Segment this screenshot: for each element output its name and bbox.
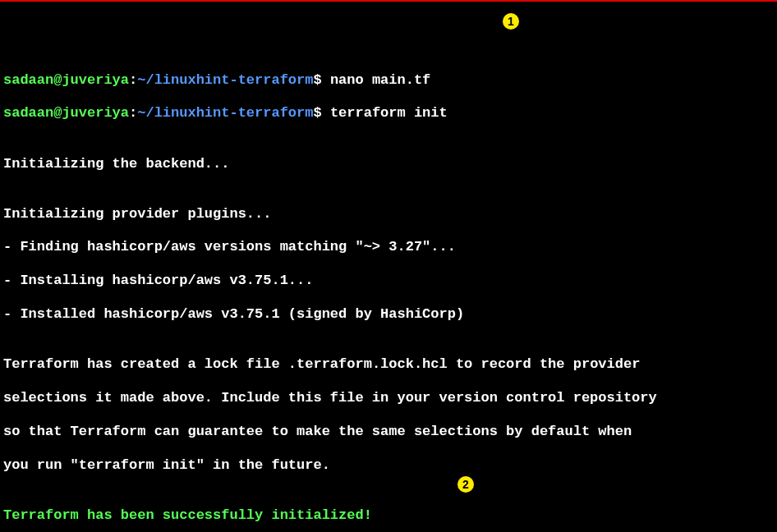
prompt-sep: : [129,105,137,121]
output-installing: - Installing hashicorp/aws v3.75.1... [3,273,774,289]
prompt-line-1[interactable]: sadaan@juveriya:~/linuxhint-terraform$ n… [3,72,774,89]
output-backend: Initializing the backend... [3,156,774,172]
annotation-callout-2: 2 [456,475,476,494]
prompt-path: ~/linuxhint-terraform [137,72,313,88]
prompt-dollar: $ [313,105,321,121]
prompt-user: sadaan@juveriya [3,105,129,121]
prompt-path: ~/linuxhint-terraform [137,105,313,121]
command-init: terraform init [322,105,448,121]
output-lock-3: so that Terraform can guarantee to make … [3,424,774,440]
output-lock-1: Terraform has created a lock file .terra… [3,356,774,373]
output-installed: - Installed hashicorp/aws v3.75.1 (signe… [3,306,774,323]
prompt-user: sadaan@juveriya [3,72,129,88]
output-plugins: Initializing provider plugins... [3,206,774,222]
prompt-sep: : [129,72,137,88]
prompt-line-2[interactable]: sadaan@juveriya:~/linuxhint-terraform$ t… [3,105,774,122]
output-finding: - Finding hashicorp/aws versions matchin… [3,239,774,255]
output-lock-2: selections it made above. Include this f… [3,390,774,406]
output-lock-4: you run "terraform init" in the future. [3,457,774,474]
annotation-callout-1: 1 [501,11,521,31]
prompt-dollar: $ [313,72,321,88]
output-success: Terraform has been successfully initiali… [3,507,774,524]
command-nano: nano main.tf [322,72,431,88]
